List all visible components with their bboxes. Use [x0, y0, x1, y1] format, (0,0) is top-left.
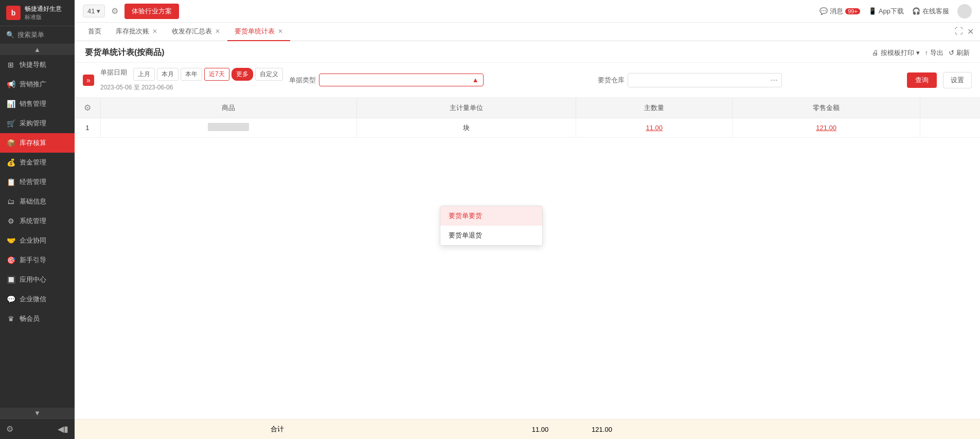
warehouse-label: 要货仓库: [598, 76, 625, 85]
sidebar-item-member[interactable]: ♛ 畅会员: [0, 309, 75, 328]
sidebar-item-base[interactable]: 🗂 基础信息: [0, 192, 75, 211]
sidebar-item-marketing[interactable]: 📢 营销推广: [0, 75, 75, 94]
sidebar-scroll-down[interactable]: ▼: [0, 408, 75, 418]
messages-btn[interactable]: 💬 消息 99+: [819, 7, 860, 16]
footer-qty: 11.00: [509, 426, 571, 433]
online-service-btn[interactable]: 🎧 在线客服: [912, 7, 949, 16]
filter-warehouse-group: 要货仓库 ···: [598, 73, 901, 87]
sidebar-nav: ⊞ 快捷导航 📢 营销推广 📊 销售管理 🛒 采购管理 📦 库存核算 💰 资金管…: [0, 55, 75, 408]
date-btn-this-month[interactable]: 本月: [157, 68, 179, 81]
cell-unit: 块: [357, 118, 576, 138]
industry-btn[interactable]: 体验行业方案: [124, 4, 179, 19]
wechat-icon: 💬: [6, 295, 15, 303]
messages-badge: 99+: [845, 8, 860, 14]
date-btn-last7days[interactable]: 近7天: [204, 68, 229, 81]
date-filter-label: 单据日期: [100, 68, 127, 77]
tab-close-all-icon[interactable]: ✕: [967, 27, 974, 36]
sidebar-logo: b 畅捷通好生意 标准版: [0, 0, 75, 26]
sidebar-item-finance[interactable]: 💰 资金管理: [0, 153, 75, 172]
table-header-row: ⚙ 商品 主计量单位 主数量 零售金额: [75, 98, 980, 118]
tab-expand-icon[interactable]: ⛶: [955, 27, 963, 36]
tab-inventory-batch[interactable]: 库存批次账 ✕: [109, 23, 165, 41]
date-btn-last-month[interactable]: 上月: [133, 68, 155, 81]
marketing-icon: 📢: [6, 80, 15, 88]
dropdown-item-requisition-return[interactable]: 要货单退货: [440, 226, 542, 245]
filter-date-row: 单据日期 上月 本月 本年 近7天 更多 自定义: [100, 68, 283, 81]
headset-icon: 🎧: [912, 7, 920, 15]
tab-home[interactable]: 首页: [81, 23, 109, 41]
filter-doctype-group: 单据类型 ▲: [289, 74, 592, 86]
col-qty: 主数量: [576, 98, 733, 118]
print-btn[interactable]: 🖨 按模板打印 ▾: [872, 48, 920, 58]
filter-date-range: 2023-05-06 至 2023-06-06: [100, 83, 283, 92]
col-settings: ⚙: [75, 98, 100, 118]
dropdown-item-requisition-order[interactable]: 要货单要货: [440, 206, 542, 226]
sidebar-collapse-icon[interactable]: ◀▮: [58, 424, 68, 434]
sidebar-settings-icon[interactable]: ⚙: [6, 424, 13, 434]
sidebar-item-enterprise[interactable]: 🤝 企业协同: [0, 231, 75, 250]
cell-extra: [920, 118, 980, 138]
sidebar: b 畅捷通好生意 标准版 🔍 搜索菜单 ▲ ⊞ 快捷导航 📢 营销推广 📊 销售…: [0, 0, 75, 439]
footer-label: 合计: [106, 425, 448, 434]
appstore-icon: 🔲: [6, 276, 15, 284]
cell-qty[interactable]: 11.00: [576, 118, 733, 138]
tab-requisition-stats[interactable]: 要货单统计表 ✕: [227, 23, 290, 41]
tab-close-requisition-stats[interactable]: ✕: [278, 28, 283, 35]
page-title: 要货单统计表(按商品): [85, 47, 165, 58]
sidebar-scroll-up[interactable]: ▲: [0, 44, 75, 55]
print-dropdown-icon: ▾: [916, 49, 920, 57]
online-service-label: 在线客服: [922, 7, 949, 16]
query-btn[interactable]: 查询: [907, 72, 937, 88]
sidebar-item-operations[interactable]: 📋 经营管理: [0, 172, 75, 192]
tab-close-inventory-batch[interactable]: ✕: [152, 28, 157, 35]
doctype-label: 单据类型: [289, 76, 316, 85]
finance-icon: 💰: [6, 158, 15, 167]
sidebar-item-system[interactable]: ⚙ 系统管理: [0, 211, 75, 231]
warehouse-select[interactable]: ···: [628, 73, 782, 87]
col-amount: 零售金额: [733, 98, 920, 118]
doctype-dropdown-menu: 要货单要货 要货单退货: [440, 206, 543, 246]
sidebar-item-quick-nav[interactable]: ⊞ 快捷导航: [0, 55, 75, 75]
purchase-icon: 🛒: [6, 119, 15, 127]
cell-product: [100, 118, 357, 138]
operations-icon: 📋: [6, 178, 15, 186]
doctype-select[interactable]: ▲: [319, 74, 484, 86]
cell-amount[interactable]: 121.00: [733, 118, 920, 138]
tab-window-btns: ⛶ ✕: [955, 27, 974, 36]
sidebar-item-sales[interactable]: 📊 销售管理: [0, 94, 75, 114]
filter-expand-btn[interactable]: »: [83, 75, 94, 86]
system-icon: ⚙: [6, 217, 15, 225]
sidebar-item-appstore[interactable]: 🔲 应用中心: [0, 270, 75, 289]
sidebar-item-wechat[interactable]: 💬 企业微信: [0, 289, 75, 309]
quick-nav-icon: ⊞: [6, 61, 15, 69]
sidebar-search[interactable]: 🔍 搜索菜单: [0, 26, 75, 44]
table-settings-icon[interactable]: ⚙: [84, 103, 91, 112]
col-extra: [920, 98, 980, 118]
sidebar-item-guide[interactable]: 🎯 新手引导: [0, 250, 75, 270]
date-btn-this-year[interactable]: 本年: [181, 68, 202, 81]
date-btn-custom[interactable]: 自定义: [255, 68, 283, 81]
message-icon: 💬: [819, 7, 828, 15]
user-avatar[interactable]: [957, 4, 972, 19]
tab-close-receivable-summary[interactable]: ✕: [215, 28, 220, 35]
inventory-icon: 📦: [6, 139, 15, 147]
page-header: 要货单统计表(按商品) 🖨 按模板打印 ▾ ↑ 导出 ↺ 刷新: [75, 41, 980, 63]
filter-date-col: 单据日期 上月 本月 本年 近7天 更多 自定义 2023-05-06 至 20…: [100, 68, 283, 92]
refresh-btn[interactable]: ↺ 刷新: [949, 48, 970, 58]
setting-btn[interactable]: 设置: [943, 72, 972, 88]
sidebar-item-inventory[interactable]: 📦 库存核算: [0, 133, 75, 153]
date-btn-more[interactable]: 更多: [231, 68, 253, 81]
messages-label: 消息: [830, 7, 843, 16]
footer-amount: 121.00: [571, 426, 633, 433]
app-download-btn[interactable]: 📱 App下载: [868, 7, 904, 16]
topbar-tenant-dropdown[interactable]: 41 ▾: [83, 5, 105, 17]
content-area: 要货单统计表(按商品) 🖨 按模板打印 ▾ ↑ 导出 ↺ 刷新: [75, 41, 980, 439]
tab-receivable-summary[interactable]: 收发存汇总表 ✕: [165, 23, 227, 41]
topbar-gear-icon[interactable]: ⚙: [111, 6, 118, 16]
tabs-bar: 首页 库存批次账 ✕ 收发存汇总表 ✕ 要货单统计表 ✕ ⛶ ✕: [75, 23, 980, 41]
sidebar-item-purchase[interactable]: 🛒 采购管理: [0, 114, 75, 133]
filter-date-btns: 上月 本月 本年 近7天 更多 自定义: [133, 68, 283, 81]
export-btn[interactable]: ↑ 导出: [925, 48, 944, 58]
base-icon: 🗂: [6, 197, 15, 206]
topbar-right: 💬 消息 99+ 📱 App下载 🎧 在线客服: [819, 4, 972, 19]
